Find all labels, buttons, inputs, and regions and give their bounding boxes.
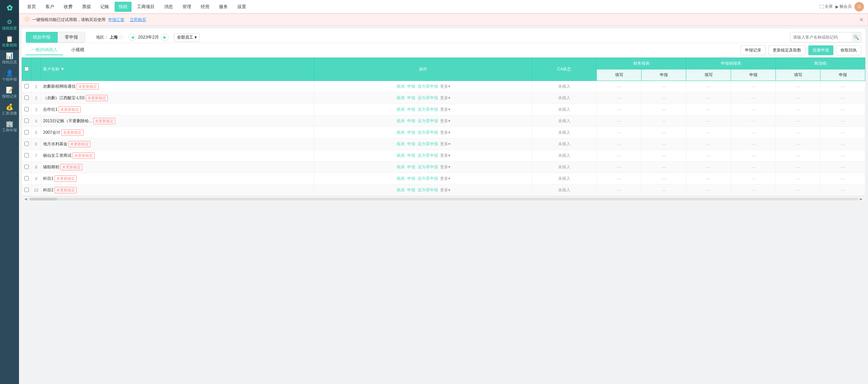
op-tax-table[interactable]: 税表 bbox=[397, 95, 405, 100]
row-checkbox[interactable] bbox=[24, 84, 29, 88]
op-declare[interactable]: 申报 bbox=[407, 107, 415, 112]
nav-tax[interactable]: 报税 bbox=[115, 2, 132, 12]
op-tax-table[interactable]: 税表 bbox=[397, 107, 405, 112]
search-button[interactable]: 🔍 bbox=[851, 33, 861, 42]
row-fw-fill: — bbox=[597, 115, 642, 127]
avatar[interactable]: U bbox=[854, 2, 864, 12]
op-more[interactable]: 更多▾ bbox=[440, 107, 450, 112]
op-tax-table[interactable]: 税表 bbox=[397, 84, 405, 89]
op-more[interactable]: 更多▾ bbox=[440, 142, 450, 146]
row-checkbox[interactable] bbox=[24, 107, 29, 111]
op-zero-declare[interactable]: 设为零申报 bbox=[418, 130, 438, 135]
geng-xin-he-qu-btn[interactable]: 更新核定及取数 bbox=[768, 45, 806, 55]
op-zero-declare[interactable]: 设为零申报 bbox=[418, 188, 438, 192]
row-sw-report: — bbox=[731, 81, 776, 92]
op-tax-table[interactable]: 税表 bbox=[397, 176, 405, 181]
op-more[interactable]: 更多▾ bbox=[440, 84, 450, 89]
region-info-icon[interactable]: ⓘ bbox=[119, 35, 123, 40]
sidebar-item-tax-record[interactable]: 📝 报税记录 bbox=[0, 84, 19, 101]
notice-link2[interactable]: 立即购买 bbox=[130, 17, 146, 23]
nav-settings[interactable]: 设置 bbox=[233, 2, 250, 12]
nav-client[interactable]: 客户 bbox=[41, 2, 58, 12]
op-declare[interactable]: 申报 bbox=[407, 84, 415, 89]
scroll-thumb[interactable] bbox=[30, 198, 57, 200]
nav-message[interactable]: 消息 bbox=[160, 2, 177, 12]
sort-icon[interactable]: ▼ bbox=[60, 67, 64, 71]
op-more[interactable]: 更多▾ bbox=[440, 176, 450, 181]
horizontal-scrollbar[interactable]: ◀ ▶ bbox=[22, 196, 865, 201]
row-checkbox[interactable] bbox=[24, 153, 29, 157]
op-tax-table[interactable]: 税表 bbox=[397, 165, 405, 169]
nav-manage[interactable]: 管理 bbox=[178, 2, 195, 12]
op-more[interactable]: 更多▾ bbox=[440, 119, 450, 123]
nav-invoice[interactable]: 票据 bbox=[78, 2, 95, 12]
date-prev-btn[interactable]: ◀ bbox=[129, 34, 136, 41]
op-zero-declare[interactable]: 设为零申报 bbox=[418, 119, 438, 123]
nav-operation[interactable]: 经营 bbox=[197, 2, 214, 12]
row-operations: 税表 申报 设为零申报 更多▾ bbox=[314, 138, 532, 150]
op-zero-declare[interactable]: 设为零申报 bbox=[418, 84, 438, 89]
nav-business[interactable]: 工商项目 bbox=[133, 2, 159, 12]
op-declare[interactable]: 申报 bbox=[407, 119, 415, 123]
row-ca-status: 未插入 bbox=[532, 92, 596, 104]
nav-home[interactable]: 首页 bbox=[23, 2, 40, 12]
sidebar-item-tax-overview[interactable]: 📊 报税总览 bbox=[0, 50, 19, 67]
vip-btn[interactable]: ▶ 畅会员 bbox=[835, 4, 852, 9]
sidebar-item-personal-tax[interactable]: 👤 个税申报 bbox=[0, 67, 19, 84]
op-zero-declare[interactable]: 设为零申报 bbox=[418, 153, 438, 158]
op-declare[interactable]: 申报 bbox=[407, 142, 415, 146]
taxpayer-general[interactable]: 一般的纳税人 bbox=[26, 45, 63, 55]
scroll-left-btn[interactable]: ◀ bbox=[23, 197, 28, 201]
op-more[interactable]: 更多▾ bbox=[440, 95, 450, 100]
op-declare[interactable]: 申报 bbox=[407, 165, 415, 169]
row-checkbox[interactable] bbox=[24, 95, 29, 100]
shou-qu-hui-tu-btn[interactable]: 收取回执 bbox=[836, 45, 861, 55]
op-declare[interactable]: 申报 bbox=[407, 153, 415, 158]
sidebar-item-business-annual[interactable]: 🏢 工商年报 bbox=[0, 118, 19, 135]
select-all-checkbox[interactable] bbox=[24, 67, 29, 71]
sidebar-item-tax-settings[interactable]: ⚙ 报税设置 bbox=[0, 16, 19, 33]
op-zero-declare[interactable]: 设为零申报 bbox=[418, 95, 438, 100]
row-fw-fill: — bbox=[597, 150, 642, 162]
op-declare[interactable]: 申报 bbox=[407, 188, 415, 192]
op-declare[interactable]: 申报 bbox=[407, 176, 415, 181]
notice-close-btn[interactable]: ✕ bbox=[859, 17, 864, 23]
op-tax-table[interactable]: 税表 bbox=[397, 153, 405, 158]
date-next-btn[interactable]: ▶ bbox=[161, 34, 169, 41]
sidebar-item-batch-tax[interactable]: 📋 批量报税 bbox=[0, 33, 19, 50]
nav-accounting[interactable]: 记账 bbox=[96, 2, 113, 12]
shen-bao-ji-lu-btn[interactable]: 申报记录 bbox=[741, 45, 766, 55]
tab-zero-declaration[interactable]: 零申报 bbox=[58, 32, 85, 43]
op-declare[interactable]: 申报 bbox=[407, 95, 415, 100]
tab-tax-declaration[interactable]: 税款申报 bbox=[26, 32, 58, 43]
row-checkbox[interactable] bbox=[24, 130, 29, 134]
op-tax-table[interactable]: 税表 bbox=[397, 130, 405, 135]
scroll-right-btn[interactable]: ▶ bbox=[859, 197, 864, 201]
taxpayer-small[interactable]: 小规模 bbox=[66, 45, 90, 55]
row-checkbox[interactable] bbox=[24, 165, 29, 169]
row-checkbox[interactable] bbox=[24, 142, 29, 146]
op-zero-declare[interactable]: 设为零申报 bbox=[418, 165, 438, 169]
row-checkbox[interactable] bbox=[24, 188, 29, 192]
op-more[interactable]: 更多▾ bbox=[440, 130, 450, 135]
op-zero-declare[interactable]: 设为零申报 bbox=[418, 142, 438, 146]
op-tax-table[interactable]: 税表 bbox=[397, 119, 405, 123]
op-tax-table[interactable]: 税表 bbox=[397, 188, 405, 192]
row-checkbox[interactable] bbox=[24, 176, 29, 180]
op-more[interactable]: 更多▾ bbox=[440, 153, 450, 158]
sidebar-item-settlement[interactable]: 💰 汇算清缴 bbox=[0, 101, 19, 118]
op-tax-table[interactable]: 税表 bbox=[397, 142, 405, 146]
nav-billing[interactable]: 收费 bbox=[60, 2, 77, 12]
pi-liang-shen-bao-btn[interactable]: 批量申报 bbox=[808, 45, 833, 55]
row-checkbox[interactable] bbox=[24, 119, 29, 123]
search-input[interactable] bbox=[790, 34, 851, 41]
fullscreen-btn[interactable]: ⛶ 全屏 bbox=[820, 4, 833, 9]
op-declare[interactable]: 申报 bbox=[407, 130, 415, 135]
notice-link1[interactable]: 申报汇签 bbox=[108, 17, 124, 23]
op-more[interactable]: 更多▾ bbox=[440, 188, 450, 192]
nav-service[interactable]: 服务 bbox=[215, 2, 232, 12]
op-more[interactable]: 更多▾ bbox=[440, 165, 450, 169]
staff-select[interactable]: 全部员工 ▾ bbox=[174, 33, 200, 42]
op-zero-declare[interactable]: 设为零申报 bbox=[418, 107, 438, 112]
op-zero-declare[interactable]: 设为零申报 bbox=[418, 176, 438, 181]
